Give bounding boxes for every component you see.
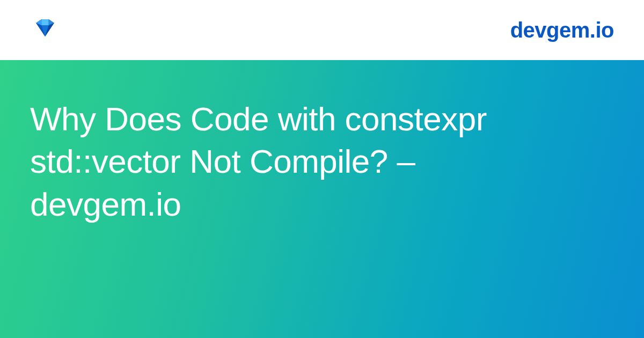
brand-logo xyxy=(30,14,60,46)
hero-panel: Why Does Code with constexpr std::vector… xyxy=(0,60,644,338)
gem-icon xyxy=(30,14,60,46)
page-title: Why Does Code with constexpr std::vector… xyxy=(30,98,513,225)
og-card: devgem.io Why Does Code with constexpr s… xyxy=(0,0,644,338)
svg-marker-2 xyxy=(41,19,48,25)
header-bar: devgem.io xyxy=(0,0,644,60)
brand-wordmark: devgem.io xyxy=(510,18,614,42)
